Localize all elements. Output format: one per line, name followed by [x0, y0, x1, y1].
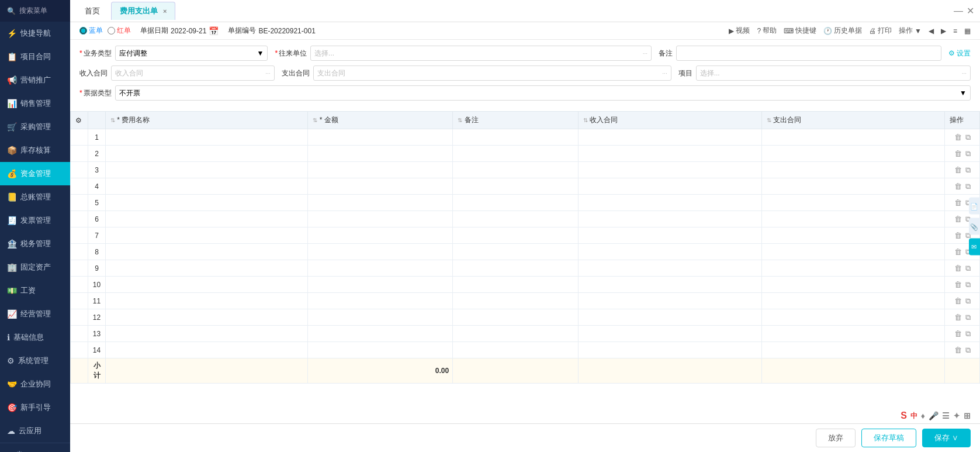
window-minimize-icon[interactable]: —	[954, 6, 963, 16]
print-btn[interactable]: 🖨 打印	[869, 26, 892, 36]
row-note[interactable]	[453, 277, 579, 293]
row-expense-contract[interactable]	[761, 227, 944, 244]
row-expense-name[interactable]	[106, 178, 308, 195]
row-income-contract[interactable]	[579, 342, 761, 358]
row-expense-contract[interactable]	[761, 146, 944, 162]
row-note[interactable]	[453, 146, 579, 162]
row-amount[interactable]	[308, 277, 453, 293]
row-expense-name[interactable]	[106, 326, 308, 342]
right-tab-3[interactable]: ✉	[969, 238, 980, 255]
biz-type-select[interactable]: 应付调整 ▼	[115, 46, 268, 61]
brand-icon2[interactable]: 🎤	[929, 411, 939, 420]
delete-icon[interactable]: 🗑	[954, 231, 962, 240]
sidebar-item-quick-nav[interactable]: ⚡ 快捷导航	[0, 22, 70, 45]
project-ellipsis-icon[interactable]: ···	[962, 70, 967, 77]
window-close-icon[interactable]: ✕	[967, 5, 974, 16]
row-expense-contract[interactable]	[761, 342, 944, 358]
tab-home[interactable]: 首页	[76, 2, 109, 20]
discard-button[interactable]: 放弃	[816, 429, 856, 447]
row-expense-contract[interactable]	[761, 293, 944, 309]
row-expense-name[interactable]	[106, 309, 308, 326]
row-income-contract[interactable]	[579, 244, 761, 260]
delete-icon[interactable]: 🗑	[954, 133, 962, 142]
tab-close-icon[interactable]: ×	[163, 8, 167, 15]
list-view-icon[interactable]: ≡	[953, 27, 957, 35]
row-expense-name[interactable]	[106, 129, 308, 146]
row-amount[interactable]	[308, 260, 453, 277]
copy-icon[interactable]: ⧉	[965, 313, 971, 322]
row-amount[interactable]	[308, 342, 453, 358]
row-amount[interactable]	[308, 211, 453, 227]
set-btn[interactable]: ⚙ 设置	[948, 49, 971, 58]
row-income-contract[interactable]	[579, 227, 761, 244]
brand-icon4[interactable]: ✦	[953, 411, 960, 420]
row-expense-name[interactable]	[106, 260, 308, 277]
row-expense-contract[interactable]	[761, 162, 944, 178]
sidebar-item-enterprise[interactable]: 🤝 企业协同	[0, 372, 70, 396]
history-btn[interactable]: 🕐 历史单据	[823, 26, 862, 36]
row-expense-contract[interactable]	[761, 260, 944, 277]
row-income-contract[interactable]	[579, 211, 761, 227]
row-note[interactable]	[453, 129, 579, 146]
sidebar-item-capital[interactable]: 💰 资金管理	[0, 162, 70, 185]
row-amount[interactable]	[308, 309, 453, 326]
row-note[interactable]	[453, 211, 579, 227]
expense-contract-ellipsis-icon[interactable]: ···	[662, 70, 667, 77]
row-income-contract[interactable]	[579, 178, 761, 195]
sidebar-item-purchase[interactable]: 🛒 采购管理	[0, 115, 70, 139]
settings-icon[interactable]: ⚙	[15, 449, 23, 452]
sidebar-item-project-contract[interactable]: 📋 项目合同	[0, 45, 70, 68]
row-expense-contract[interactable]	[761, 195, 944, 211]
delete-icon[interactable]: 🗑	[954, 247, 962, 256]
partner-ellipsis-icon[interactable]: ···	[643, 50, 647, 57]
row-expense-name[interactable]	[106, 162, 308, 178]
project-select[interactable]: 选择... ···	[696, 65, 971, 81]
row-income-contract[interactable]	[579, 146, 761, 162]
right-tab-1[interactable]: 📄	[969, 197, 980, 214]
row-income-contract[interactable]	[579, 195, 761, 211]
row-amount[interactable]	[308, 227, 453, 244]
delete-icon[interactable]: 🗑	[954, 346, 962, 354]
row-expense-contract[interactable]	[761, 244, 944, 260]
income-contract-select[interactable]: 收入合同 ···	[111, 65, 275, 81]
sidebar-item-fixed-assets[interactable]: 🏢 固定资产	[0, 256, 70, 279]
brand-icon5[interactable]: ⊞	[964, 411, 971, 420]
save-draft-button[interactable]: 保存草稿	[861, 429, 916, 447]
expense-contract-select[interactable]: 支出合同 ···	[313, 65, 671, 81]
calendar-icon[interactable]: 📅	[209, 26, 219, 36]
row-note[interactable]	[453, 244, 579, 260]
row-expense-name[interactable]	[106, 146, 308, 162]
row-expense-contract[interactable]	[761, 309, 944, 326]
sidebar-item-operations[interactable]: 📈 经营管理	[0, 302, 70, 326]
tab-expense[interactable]: 费用支出单 ×	[111, 2, 175, 20]
row-expense-name[interactable]	[106, 195, 308, 211]
sidebar-item-system[interactable]: ⚙ 系统管理	[0, 349, 70, 372]
copy-icon[interactable]: ⧉	[965, 149, 971, 158]
sidebar-item-basic-info[interactable]: ℹ 基础信息	[0, 326, 70, 349]
row-income-contract[interactable]	[579, 260, 761, 277]
row-amount[interactable]	[308, 326, 453, 342]
row-amount[interactable]	[308, 293, 453, 309]
delete-icon[interactable]: 🗑	[954, 215, 962, 223]
brand-icon3[interactable]: ☰	[942, 411, 950, 420]
copy-icon[interactable]: ⧉	[965, 182, 971, 191]
row-income-contract[interactable]	[579, 326, 761, 342]
row-expense-contract[interactable]	[761, 326, 944, 342]
radio-blue[interactable]: 蓝单	[79, 26, 103, 36]
copy-icon[interactable]: ⧉	[965, 346, 971, 355]
delete-icon[interactable]: 🗑	[954, 264, 962, 272]
row-income-contract[interactable]	[579, 277, 761, 293]
delete-icon[interactable]: 🗑	[954, 165, 962, 174]
sidebar-item-cloud[interactable]: ☁ 云应用	[0, 419, 70, 443]
row-note[interactable]	[453, 326, 579, 342]
row-note[interactable]	[453, 293, 579, 309]
row-amount[interactable]	[308, 162, 453, 178]
row-expense-name[interactable]	[106, 211, 308, 227]
invoice-type-select[interactable]: 不开票 ▼	[115, 85, 971, 101]
row-amount[interactable]	[308, 146, 453, 162]
help-btn[interactable]: ? 帮助	[757, 26, 777, 36]
sidebar-item-ledger[interactable]: 📒 总账管理	[0, 185, 70, 209]
row-amount[interactable]	[308, 178, 453, 195]
shortcut-btn[interactable]: ⌨ 快捷键	[784, 26, 816, 36]
delete-icon[interactable]: 🗑	[954, 313, 962, 322]
